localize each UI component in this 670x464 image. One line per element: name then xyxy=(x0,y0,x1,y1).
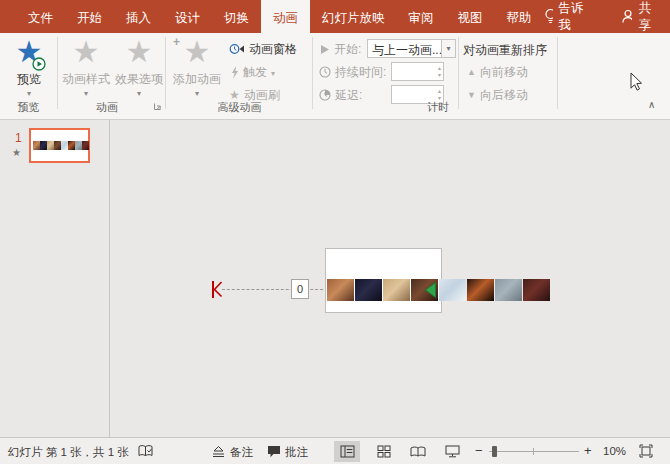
lightbulb-icon xyxy=(544,8,553,25)
normal-view-icon xyxy=(340,445,355,458)
animation-dialog-launcher-icon[interactable] xyxy=(153,100,162,114)
zoom-slider-track[interactable] xyxy=(489,451,579,452)
tab-slideshow[interactable]: 幻灯片放映 xyxy=(310,0,397,33)
slide-thumbnail[interactable] xyxy=(29,128,90,163)
share-button[interactable]: 共享 xyxy=(621,0,657,34)
preview-button[interactable]: ★ 预览 xyxy=(4,35,54,98)
tab-design[interactable]: 设计 xyxy=(163,0,212,33)
tab-file[interactable]: 文件 xyxy=(16,0,65,33)
move-earlier-button: ▲ 向前移动 xyxy=(467,63,528,81)
normal-view-button[interactable] xyxy=(334,441,360,462)
animation-order-badge[interactable]: 0 xyxy=(291,279,309,299)
animation-pane-button[interactable]: 动画窗格 xyxy=(229,40,297,58)
group-label-advanced-animation: 高级动画 xyxy=(167,100,312,115)
comments-icon xyxy=(267,445,281,460)
slide-sorter-view-button[interactable] xyxy=(371,441,397,462)
start-combobox[interactable]: 与上一动画... xyxy=(367,39,442,58)
collapse-ribbon-chevron-icon[interactable] xyxy=(648,99,655,110)
duration-spinner xyxy=(391,62,444,81)
slide-animation-star-icon xyxy=(12,147,21,158)
zoom-slider-handle[interactable] xyxy=(492,446,497,457)
motion-path-line xyxy=(222,289,328,290)
group-divider xyxy=(557,37,558,109)
start-combobox-arrow-icon[interactable] xyxy=(442,39,456,58)
reading-view-icon xyxy=(410,446,426,458)
move-later-label: 向后移动 xyxy=(480,87,528,104)
filmstrip-image[interactable] xyxy=(327,279,550,301)
filmstrip-tile-dark-night-scene[interactable] xyxy=(355,279,382,301)
filmstrip-tile-beige-figures xyxy=(47,141,54,150)
comments-button[interactable]: 批注 xyxy=(285,445,308,460)
tab-transitions[interactable]: 切换 xyxy=(212,0,261,33)
move-later-button: ▼ 向后移动 xyxy=(467,86,528,104)
fit-slide-to-window-icon[interactable] xyxy=(639,444,653,460)
filmstrip-tile-snow-pair[interactable] xyxy=(439,279,466,301)
duration-label: 持续时间: xyxy=(335,64,386,81)
duration-clock-icon xyxy=(319,66,331,78)
tab-home[interactable]: 开始 xyxy=(65,0,114,33)
filmstrip-tile-dark-red-group[interactable] xyxy=(523,279,550,301)
reorder-animation-title: 对动画重新排序 xyxy=(463,42,547,59)
filmstrip-tile-dark-crowd xyxy=(54,141,61,150)
tab-insert[interactable]: 插入 xyxy=(114,0,163,33)
notes-button[interactable]: 备注 xyxy=(230,445,253,460)
tell-me-label: 告诉我 xyxy=(559,0,585,34)
filmstrip-tile-warm-portraits xyxy=(33,141,40,150)
preview-play-icon xyxy=(32,57,46,74)
group-divider xyxy=(458,37,459,109)
share-label: 共享 xyxy=(638,0,656,34)
slide-thumbnail-panel: 1 xyxy=(0,120,110,437)
zoom-slider-center-tick xyxy=(533,448,534,455)
move-earlier-arrow-icon: ▲ xyxy=(467,67,476,77)
zoom-level[interactable]: 10% xyxy=(603,445,626,457)
animation-styles-label: 动画样式 xyxy=(60,71,112,88)
powerpoint-window: 文件开始插入设计切换动画幻灯片放映审阅视图帮助 告诉我 共享 xyxy=(0,0,670,464)
slide-canvas[interactable]: 0 xyxy=(111,120,670,437)
motion-path-start-arrow-icon[interactable] xyxy=(423,281,437,303)
spell-check-icon[interactable] xyxy=(138,444,154,460)
move-earlier-label: 向前移动 xyxy=(480,64,528,81)
add-animation-plus-icon: + xyxy=(173,35,180,49)
tab-view[interactable]: 视图 xyxy=(446,0,495,33)
tell-me-button[interactable]: 告诉我 xyxy=(544,0,585,34)
preview-dropdown-caret-icon[interactable] xyxy=(4,89,54,98)
tab-help[interactable]: 帮助 xyxy=(495,0,544,33)
trigger-button: 触发 xyxy=(231,63,275,81)
slideshow-icon xyxy=(445,445,460,458)
filmstrip-tile-mountain-scene[interactable] xyxy=(495,279,522,301)
group-divider xyxy=(57,37,58,109)
tab-animations[interactable]: 动画 xyxy=(261,0,310,33)
slide-info: 幻灯片 第 1 张，共 1 张 xyxy=(8,445,129,460)
animation-styles-button: ★ 动画样式 xyxy=(60,35,112,98)
preview-button-label: 预览 xyxy=(4,71,54,88)
filmstrip-tile-snow-pair xyxy=(61,141,68,150)
tab-review[interactable]: 审阅 xyxy=(397,0,446,33)
filmstrip-tile-fire-scene xyxy=(68,141,75,150)
zoom-out-button[interactable]: − xyxy=(475,443,483,458)
reading-view-button[interactable] xyxy=(405,441,431,462)
add-animation-caret-icon xyxy=(170,89,224,98)
filmstrip-tile-warm-portraits[interactable] xyxy=(327,279,354,301)
trigger-label: 触发 xyxy=(243,64,267,81)
ribbon-tab-bar: 文件开始插入设计切换动画幻灯片放映审阅视图帮助 告诉我 共享 xyxy=(0,0,670,33)
filmstrip-tile-beige-figures[interactable] xyxy=(383,279,410,301)
filmstrip-tile-fire-scene[interactable] xyxy=(467,279,494,301)
add-animation-button: ★ + 添加动画 xyxy=(170,35,224,98)
notes-icon xyxy=(212,446,225,459)
slideshow-view-button[interactable] xyxy=(439,441,465,462)
filmstrip-tile-dark-night-scene xyxy=(40,141,47,150)
animation-pane-icon xyxy=(229,42,245,56)
duration-spin-down-icon xyxy=(438,71,441,79)
mouse-cursor xyxy=(630,72,644,96)
zoom-in-button[interactable]: + xyxy=(584,443,592,458)
thumbnail-filmstrip xyxy=(33,141,89,150)
trigger-lightning-icon xyxy=(231,66,239,79)
share-person-icon xyxy=(621,9,633,24)
motion-path-end-arrow-icon[interactable] xyxy=(211,280,223,303)
start-label: 开始: xyxy=(334,41,361,58)
slide-sorter-icon xyxy=(377,445,391,458)
group-divider xyxy=(312,37,313,109)
duration-row: 持续时间: xyxy=(319,63,386,81)
add-animation-label: 添加动画 xyxy=(170,71,224,88)
effect-options-button: ★ 效果选项 xyxy=(113,35,165,98)
